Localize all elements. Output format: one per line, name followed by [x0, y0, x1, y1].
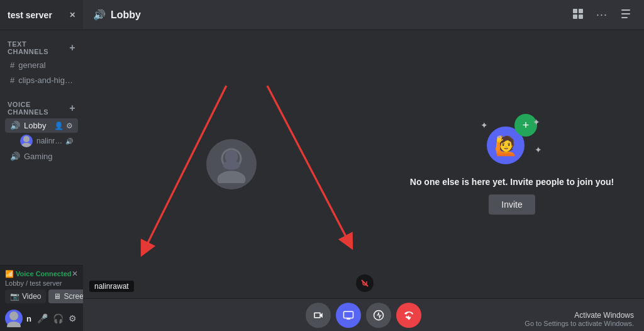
- disconnect-toolbar-button[interactable]: [396, 303, 421, 328]
- main-content: 🔊 Lobby ···: [83, 0, 644, 331]
- svg-point-12: [218, 171, 246, 184]
- add-voice-channel-button[interactable]: +: [69, 103, 75, 113]
- lobby-user-name: nalinrawat: [36, 137, 64, 145]
- voice-channels-label: VOICE CHANNELS: [8, 101, 69, 116]
- screen-share-toolbar-button[interactable]: [336, 303, 361, 328]
- activate-windows-notice: Activate Windows Go to Settings to activ…: [525, 311, 634, 327]
- header-actions: ···: [570, 6, 634, 25]
- server-header[interactable]: test server ✕: [0, 0, 83, 30]
- channel-general-name: general: [18, 60, 73, 70]
- svg-point-1: [21, 143, 31, 147]
- svg-rect-10: [621, 17, 628, 18]
- invite-message: No one else is here yet. Invite people t…: [410, 177, 614, 187]
- channel-general[interactable]: # general: [5, 58, 78, 72]
- channel-clips-and-highlights[interactable]: # clips-and-highlights: [5, 73, 78, 87]
- voice-disconnect-close-button[interactable]: ✕: [72, 269, 78, 278]
- video-feed: nalinrawat: [83, 30, 380, 298]
- voice-area: nalinrawat: [83, 30, 644, 298]
- svg-point-15: [223, 160, 240, 170]
- hash-icon: #: [10, 60, 14, 70]
- voice-connected-title-row: 📶 Voice Connected ✕: [5, 269, 78, 278]
- svg-rect-9: [621, 13, 630, 14]
- channel-header-name: Lobby: [111, 9, 141, 21]
- sidebar: test server ✕ TEXT CHANNELS + # general …: [0, 0, 83, 331]
- activate-windows-title: Activate Windows: [525, 311, 634, 320]
- voice-channels-header: VOICE CHANNELS +: [5, 101, 78, 116]
- sidebar-bottom-area: 📶 Voice Connected ✕ Lobby / test server …: [0, 265, 83, 331]
- mic-button[interactable]: 🎤: [36, 312, 49, 325]
- add-text-channel-button[interactable]: +: [69, 43, 75, 53]
- user-info: nalinrawat: [26, 314, 32, 323]
- lobby-user-item[interactable]: nalinrawat 🔊: [5, 133, 78, 149]
- sparkle-icon-2: ✦: [533, 117, 540, 127]
- speaker-icon: 🔊: [10, 121, 20, 130]
- svg-rect-5: [579, 9, 583, 13]
- speaker-icon: 🔊: [10, 152, 20, 161]
- signal-icon: 📶: [5, 270, 14, 278]
- voice-connected-bar: 📶 Voice Connected ✕ Lobby / test server …: [0, 265, 83, 306]
- invite-panel: 🙋 + ✦ ✦ ✦ No one else is here yet. Invit…: [380, 30, 644, 298]
- svg-rect-4: [573, 9, 577, 13]
- text-channels-label: TEXT CHANNELS: [8, 40, 69, 55]
- voice-connected-label: 📶 Voice Connected: [5, 270, 72, 278]
- headphone-button[interactable]: 🎧: [52, 312, 65, 325]
- video-toggle-button[interactable]: 📷 Video: [5, 289, 46, 303]
- channel-gaming[interactable]: 🔊 Gaming: [5, 149, 78, 164]
- video-user-label: nalinrawat: [89, 281, 134, 292]
- user-video-avatar: [206, 139, 257, 189]
- username-display: nalinrawat: [26, 314, 32, 323]
- svg-point-2: [9, 311, 18, 320]
- svg-rect-8: [621, 9, 630, 11]
- hash-icon: #: [10, 76, 14, 85]
- more-options-button[interactable]: ···: [594, 6, 610, 24]
- svg-line-18: [267, 86, 349, 243]
- camera-small-icon: 📷: [10, 292, 19, 301]
- members-list-toggle-button[interactable]: [618, 6, 634, 25]
- layout-toggle-button[interactable]: [570, 6, 586, 25]
- text-channels-section: TEXT CHANNELS + # general # clips-and-hi…: [0, 30, 83, 91]
- sparkle-icon-1: ✦: [480, 120, 488, 130]
- screen-icon: 🖥: [53, 292, 61, 301]
- sparkle-icon-3: ✦: [535, 145, 542, 155]
- channel-clips-name: clips-and-highlights: [18, 76, 73, 85]
- svg-rect-6: [573, 14, 577, 19]
- settings-icon[interactable]: ⚙: [66, 121, 73, 130]
- video-mute-icon: [356, 274, 374, 292]
- lobby-user-avatar: [20, 135, 33, 147]
- svg-rect-7: [579, 14, 583, 19]
- camera-toolbar-button[interactable]: [306, 303, 331, 328]
- user-panel: nalinrawat 🎤 🎧 ⚙: [0, 306, 83, 331]
- invite-button[interactable]: Invite: [489, 194, 535, 215]
- activity-toolbar-button[interactable]: [366, 303, 391, 328]
- voice-connected-channel-path: Lobby / test server: [5, 279, 78, 287]
- chevron-down-icon: ✕: [69, 11, 75, 20]
- lobby-channel-actions: 👤 ⚙: [54, 121, 73, 130]
- server-name: test server: [8, 10, 52, 20]
- user-status-icon: 🔊: [65, 138, 73, 145]
- svg-rect-19: [344, 311, 353, 318]
- voice-action-buttons: 📷 Video 🖥 Screen: [5, 289, 78, 303]
- channel-header: 🔊 Lobby ···: [83, 0, 644, 30]
- bottom-toolbar: Activate Windows Go to Settings to activ…: [83, 298, 644, 331]
- add-user-icon[interactable]: 👤: [54, 121, 64, 130]
- invite-illustration: 🙋 + ✦ ✦ ✦: [487, 114, 537, 164]
- voice-channel-header-icon: 🔊: [93, 9, 106, 21]
- settings-button[interactable]: ⚙: [67, 312, 78, 325]
- avatar: [5, 310, 23, 327]
- channel-lobby-name: Lobby: [24, 121, 52, 130]
- voice-channels-section: VOICE CHANNELS + 🔊 Lobby 👤 ⚙: [0, 91, 83, 167]
- svg-point-3: [7, 322, 21, 327]
- activate-windows-subtitle: Go to Settings to activate Windows.: [525, 320, 634, 327]
- channel-gaming-name: Gaming: [24, 152, 73, 161]
- video-panel: nalinrawat: [83, 30, 380, 298]
- channel-lobby[interactable]: 🔊 Lobby 👤 ⚙: [5, 118, 78, 133]
- user-control-buttons: 🎤 🎧 ⚙: [36, 312, 78, 325]
- text-channels-header: TEXT CHANNELS +: [5, 40, 78, 55]
- svg-point-0: [23, 136, 30, 142]
